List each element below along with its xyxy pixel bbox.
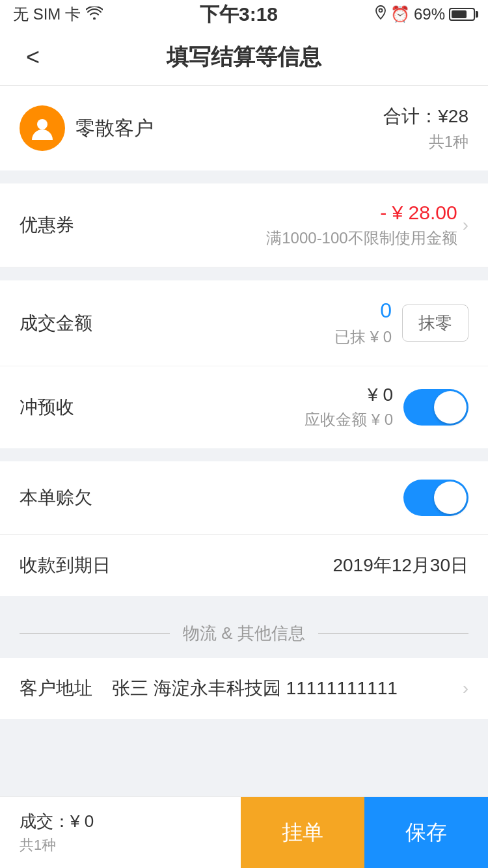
no-sim-text: 无 SIM 卡 [13,4,81,25]
deal-amount-row: 成交金额 0 已抹 ¥ 0 抹零 [0,280,488,366]
prepayment-sub: 应收金额 ¥ 0 [305,409,393,430]
prepayment-label: 冲预收 [20,395,74,420]
back-button[interactable]: < [20,37,46,77]
save-button[interactable]: 保存 [364,797,488,868]
address-chevron-icon: › [463,678,468,699]
status-left: 无 SIM 卡 [13,4,103,25]
logistics-title: 物流 & 其他信息 [183,622,305,645]
coupon-row[interactable]: 优惠券 - ¥ 28.00 满1000-100不限制使用金额 › [0,183,488,267]
status-bar: 无 SIM 卡 下午3:18 ⏰ 69% [0,0,488,29]
customer-left: 零散客户 [20,105,154,151]
deal-amount-label: 成交金额 [20,311,92,336]
bottom-deal-value: ¥ 0 [70,811,94,831]
status-time: 下午3:18 [200,1,278,28]
debt-label: 本单赊欠 [20,485,92,510]
address-label: 客户地址 [20,676,92,701]
prepayment-value-block: ¥ 0 应收金额 ¥ 0 [305,385,393,430]
status-right: ⏰ 69% [375,5,475,23]
prepayment-value: ¥ 0 [305,385,393,405]
customer-avatar [20,105,65,151]
deal-amount-sub: 已抹 ¥ 0 [334,327,392,347]
bottom-bar: 成交：¥ 0 共1种 挂单 保存 [0,796,488,868]
wifi-icon [86,5,103,23]
bottom-info: 成交：¥ 0 共1种 [0,797,241,868]
coupon-value-block: - ¥ 28.00 满1000-100不限制使用金额 [266,202,457,249]
round-off-button[interactable]: 抹零 [402,305,468,342]
due-date-label: 收款到期日 [20,553,111,578]
coupon-chevron-icon: › [463,215,468,236]
deal-amount-right: 0 已抹 ¥ 0 抹零 [334,299,468,347]
customer-section: 零散客户 合计：¥28 共1种 [0,86,488,170]
address-row[interactable]: 客户地址 张三 海淀永丰科技园 11111111111 › [0,658,488,719]
battery-icon [449,8,475,21]
page-title: 填写结算等信息 [167,42,321,72]
due-date-row: 收款到期日 2019年12月30日 [0,535,488,596]
due-date-value: 2019年12月30日 [332,553,468,578]
debt-right [403,480,468,516]
bottom-deal: 成交：¥ 0 [20,810,221,833]
coupon-discount: - ¥ 28.00 [266,202,457,224]
svg-point-1 [37,119,47,129]
logistics-header: 物流 & 其他信息 [0,609,488,658]
debt-section: 本单赊欠 收款到期日 2019年12月30日 [0,461,488,596]
coupon-right: - ¥ 28.00 满1000-100不限制使用金额 › [266,202,468,249]
deal-amount-value-block: 0 已抹 ¥ 0 [334,299,392,347]
debt-toggle-knob [434,481,467,514]
bottom-count: 共1种 [20,835,221,855]
deal-amount-value: 0 [334,299,392,323]
coupon-label: 优惠券 [20,213,74,237]
address-value: 张三 海淀永丰科技园 11111111111 [112,676,463,701]
location-icon [375,5,386,23]
customer-name: 零散客户 [75,115,154,142]
customer-total: 合计：¥28 [383,104,468,129]
nav-bar: < 填写结算等信息 [0,29,488,86]
coupon-sub: 满1000-100不限制使用金额 [266,228,457,249]
address-section: 客户地址 张三 海淀永丰科技园 11111111111 › [0,658,488,719]
svg-point-0 [379,9,382,12]
coupon-section: 优惠券 - ¥ 28.00 满1000-100不限制使用金额 › [0,183,488,267]
customer-right: 合计：¥28 共1种 [383,104,468,152]
hang-button[interactable]: 挂单 [241,797,364,868]
alarm-icon: ⏰ [390,5,410,23]
bottom-deal-label: 成交： [20,811,70,831]
prepayment-row: 冲预收 ¥ 0 应收金额 ¥ 0 [0,366,488,448]
prepayment-right: ¥ 0 应收金额 ¥ 0 [305,385,468,430]
debt-row: 本单赊欠 [0,461,488,535]
battery-text: 69% [414,5,445,23]
prepayment-toggle[interactable] [403,389,468,426]
deal-amount-section: 成交金额 0 已抹 ¥ 0 抹零 冲预收 ¥ 0 应收金额 ¥ 0 [0,280,488,448]
customer-count: 共1种 [383,131,468,152]
content: 零散客户 合计：¥28 共1种 优惠券 - ¥ 28.00 满1000-100不… [0,86,488,810]
debt-toggle[interactable] [403,480,468,516]
prepayment-toggle-knob [434,391,467,424]
